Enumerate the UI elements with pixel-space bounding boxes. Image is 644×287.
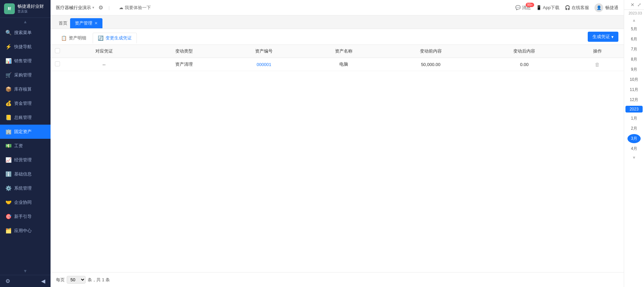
sidebar-item-label: 应用中心 [14,228,32,234]
sidebar-scroll-up[interactable]: ▲ [0,18,51,26]
sidebar-item-label: 工资 [14,143,23,149]
topbar-right: 💬 消息 99+ 📱 App下载 🎧 在线客服 👤 畅捷通 [515,3,618,12]
sidebar-item-search[interactable]: 🔍搜索菜单 [0,26,51,40]
month-nav-up[interactable]: ▲ [624,17,644,24]
sidebar-item-label: 资金管理 [14,100,32,106]
panel-expand-button[interactable]: ⤢ [637,1,642,8]
per-page-select[interactable]: 50 10 20 100 [67,276,86,284]
month-item-month-3[interactable]: 3月 [627,134,641,143]
sidebar-item-label: 销售管理 [14,58,32,64]
month-item-month-12[interactable]: 12月 [625,95,643,105]
tab-asset-mgmt[interactable]: 资产管理 ✕ [70,18,102,28]
month-item-month-8[interactable]: 8月 [625,55,643,64]
month-item-month-11[interactable]: 11月 [625,85,643,95]
sidebar-item-label: 总账管理 [14,115,32,121]
cloud-icon: ☁ [119,5,123,10]
sidebar-item-operations[interactable]: 📈经营管理 [0,153,51,167]
cell-action[interactable]: 🗑 [571,58,624,71]
system-icon: ⚙️ [5,185,11,191]
month-nav-down[interactable]: ▼ [624,154,644,161]
sidebar-item-basic_info[interactable]: ℹ️基础信息 [0,167,51,181]
month-item-month-4[interactable]: 4月 [625,144,643,154]
cell-asset-name: 电脑 [304,58,384,71]
topbar-settings-icon[interactable]: ⚙ [98,4,103,11]
tab-close-icon[interactable]: ✕ [94,21,98,26]
sidebar-item-collab[interactable]: 🤝企业协同 [0,195,51,210]
total-label: 条，共 1 条 [88,277,110,283]
sidebar-nav: 🔍搜索菜单⚡快捷导航📊销售管理🛒采购管理📦库存核算💰资金管理📒总账管理🏢固定资产… [0,26,51,267]
subtabs: 📋 资产明细 🔄 变更生成凭证 生成凭证 ▾ [51,29,624,45]
page-content: 📋 资产明细 🔄 变更生成凭证 生成凭证 ▾ 对应凭证 [51,29,624,287]
change-icon: 🔄 [98,35,103,41]
cell-voucher: -- [64,58,144,71]
collapse-icon[interactable]: ◀ [41,278,45,284]
settings-icon[interactable]: ⚙ [5,278,10,284]
month-item-month-6[interactable]: 6月 [625,34,643,44]
sidebar-item-quicknav[interactable]: ⚡快捷导航 [0,40,51,54]
month-item-month-9[interactable]: 9月 [625,65,643,74]
company-selector[interactable]: 医疗器械行业演示 ▾ [56,5,94,11]
row-checkbox-cell[interactable] [51,58,64,71]
sidebar-scroll-down[interactable]: ▼ [0,267,51,275]
logo-icon: 财 [4,3,15,14]
tab-home[interactable]: 首页 [56,18,70,28]
month-item-month-7[interactable]: 7月 [625,44,643,54]
experience-btn[interactable]: ☁ 我要体验一下 [119,5,151,11]
sidebar-item-label: 新手引导 [14,214,32,220]
sidebar-item-purchase[interactable]: 🛒采购管理 [0,68,51,82]
support-btn[interactable]: 🎧 在线客服 [565,5,589,11]
tab-label: 资产管理 [75,20,92,26]
avatar: 👤 [594,3,603,12]
cell-after: 0.00 [478,58,571,71]
sidebar-item-label: 采购管理 [14,72,32,78]
fixed_assets-icon: 🏢 [5,129,11,135]
sidebar-item-capital[interactable]: 💰资金管理 [0,96,51,110]
subtab-change-voucher[interactable]: 🔄 变更生成凭证 [93,33,137,43]
year-badge-2023[interactable]: 2023 [625,106,643,113]
sidebar-item-appstore[interactable]: 🗂️应用中心 [0,224,51,238]
cell-before: 50,000.00 [384,58,478,71]
th-select-all[interactable] [51,45,64,58]
subtab-asset-list[interactable]: 📋 资产明细 [56,33,91,43]
operations-icon: 📈 [5,157,11,163]
sidebar-item-inventory[interactable]: 📦库存核算 [0,82,51,96]
search-icon: 🔍 [5,30,11,36]
month-item-month-2[interactable]: 2月 [625,124,643,133]
message-btn[interactable]: 💬 消息 99+ [515,5,531,11]
delete-icon[interactable]: 🗑 [595,62,600,67]
sidebar-item-fixed_assets[interactable]: 🏢固定资产 [0,125,51,139]
table-row: -- 资产清理 000001 电脑 50,000.00 0.00 🗑 [51,58,624,71]
month-item-month-5[interactable]: 5月 [625,24,643,34]
sidebar-item-ledger[interactable]: 📒总账管理 [0,110,51,125]
table-wrapper: 对应凭证 变动类型 资产编号 资产名称 变动前内容 变动后内容 操作 -- 资产… [51,45,624,272]
phone-icon: 📱 [536,5,542,10]
sidebar: 财 畅捷通好业财 普及版 ▲ 🔍搜索菜单⚡快捷导航📊销售管理🛒采购管理📦库存核算… [0,0,51,287]
row-checkbox[interactable] [55,61,60,66]
sidebar-item-label: 企业协同 [14,199,32,205]
inventory-icon: 📦 [5,86,11,92]
panel-close-button[interactable]: ✕ [630,1,635,8]
month-item-month-10[interactable]: 10月 [625,75,643,85]
message-badge: 99+ [526,3,534,7]
th-voucher: 对应凭证 [64,45,144,58]
th-type: 变动类型 [144,45,224,58]
select-all-checkbox[interactable] [55,48,60,53]
th-action: 操作 [571,45,624,58]
logo-sub: 普及版 [18,9,44,14]
sidebar-item-payroll[interactable]: 💵工资 [0,139,51,153]
app-download-btn[interactable]: 📱 App下载 [536,5,559,11]
support-label: 在线客服 [572,5,589,11]
sidebar-item-guide[interactable]: 🎯新手引导 [0,210,51,224]
generate-voucher-button[interactable]: 生成凭证 ▾ [588,32,618,42]
subtab-asset-list-label: 资产明细 [69,35,86,41]
sidebar-item-sales[interactable]: 📊销售管理 [0,54,51,68]
chevron-down-icon: ▾ [92,5,94,10]
generate-btn-label: 生成凭证 [592,34,610,40]
month-item-month-1[interactable]: 1月 [625,114,643,123]
ledger-icon: 📒 [5,115,11,121]
payroll-icon: 💵 [5,143,11,149]
pagination: 每页 50 10 20 100 条，共 1 条 [51,272,624,287]
user-menu[interactable]: 👤 畅捷通 [594,3,618,12]
sidebar-item-system[interactable]: ⚙️系统管理 [0,181,51,195]
sidebar-item-label: 经营管理 [14,157,32,163]
